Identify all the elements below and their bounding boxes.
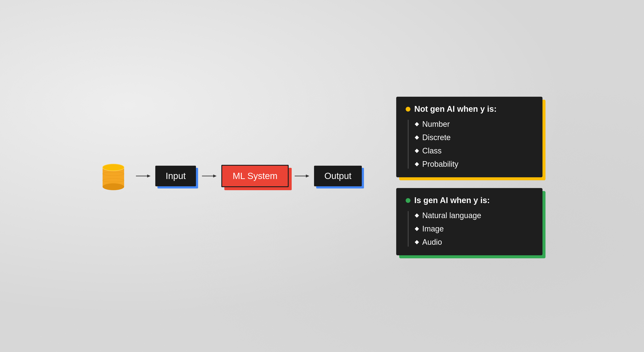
not-gen-ai-items: Number Discrete Class Probability [406, 120, 533, 169]
yellow-dot [406, 107, 410, 111]
input-box: Input [155, 166, 196, 186]
item-class: Class [422, 146, 442, 155]
ml-dark-border [221, 165, 288, 187]
diamond-icon [415, 240, 419, 244]
not-gen-ai-card-body: Not gen AI when y is: Number Discrete [396, 97, 542, 177]
output-box: Output [314, 166, 362, 186]
output-label: Output [314, 166, 362, 186]
is-gen-ai-title-row: Is gen AI when y is: [406, 196, 533, 205]
item-probability: Probability [422, 160, 458, 169]
item-image: Image [422, 224, 444, 233]
arrow-1 [132, 174, 155, 178]
arrow-3 [290, 174, 314, 178]
not-gen-ai-list: Number Discrete Class Probability [415, 120, 458, 169]
item-discrete: Discrete [422, 133, 451, 142]
svg-marker-11 [306, 174, 309, 178]
list-item: Natural language [415, 211, 481, 220]
item-natural-language: Natural language [422, 211, 481, 220]
yellow-card-line [408, 120, 408, 169]
cards-section: Not gen AI when y is: Number Discrete [396, 97, 542, 255]
list-item: Image [415, 224, 481, 233]
not-gen-ai-card: Not gen AI when y is: Number Discrete [396, 97, 542, 177]
input-label: Input [155, 166, 196, 186]
diamond-icon [415, 227, 419, 231]
arrow-2 [198, 174, 221, 178]
main-content: Input ML System Output [0, 0, 644, 352]
svg-point-1 [102, 183, 124, 190]
list-item: Audio [415, 238, 481, 247]
not-gen-ai-title-row: Not gen AI when y is: [406, 104, 533, 114]
list-item: Number [415, 120, 458, 129]
is-gen-ai-title: Is gen AI when y is: [414, 196, 490, 205]
not-gen-ai-title: Not gen AI when y is: [414, 104, 497, 114]
diagram-section: Input ML System Output [102, 161, 362, 191]
item-audio: Audio [422, 238, 442, 247]
diamond-icon [415, 162, 419, 166]
list-item: Probability [415, 160, 458, 169]
list-item: Class [415, 146, 458, 155]
is-gen-ai-card: Is gen AI when y is: Natural language Im… [396, 188, 542, 255]
diamond-icon [415, 213, 419, 218]
diamond-icon [415, 135, 419, 140]
ml-system-box: ML System [221, 165, 288, 187]
list-item: Discrete [415, 133, 458, 142]
svg-marker-7 [147, 174, 150, 178]
database-icon [102, 161, 125, 191]
is-gen-ai-list: Natural language Image Audio [415, 211, 481, 247]
diamond-icon [415, 149, 419, 153]
green-dot [406, 198, 410, 203]
is-gen-ai-card-body: Is gen AI when y is: Natural language Im… [396, 188, 542, 255]
diamond-icon [415, 122, 419, 126]
item-number: Number [422, 120, 450, 129]
svg-marker-9 [213, 174, 216, 178]
green-card-line [408, 211, 408, 247]
is-gen-ai-items: Natural language Image Audio [406, 211, 533, 247]
